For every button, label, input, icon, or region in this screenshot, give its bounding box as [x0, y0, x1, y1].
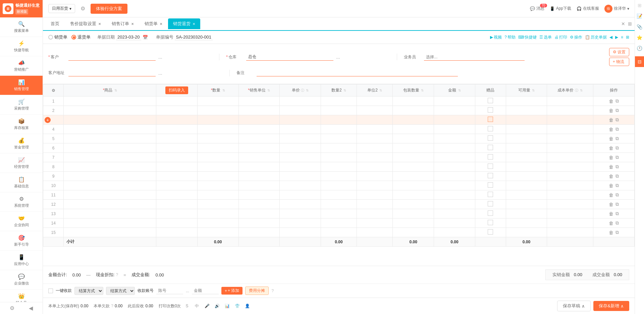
gift-checkbox[interactable]: [488, 154, 493, 160]
qty2-cell[interactable]: [321, 97, 357, 106]
tool-chart-icon[interactable]: 📊: [223, 302, 231, 310]
gift-checkbox[interactable]: [488, 164, 493, 169]
experience-button[interactable]: 体验行业方案: [91, 4, 127, 14]
tool-s-icon[interactable]: S: [183, 302, 191, 310]
gift-checkbox[interactable]: [488, 182, 493, 188]
qty2-cell[interactable]: [321, 106, 357, 115]
save-new-button[interactable]: 保存&新增 ∧: [593, 301, 629, 311]
right-sidebar-notes-icon[interactable]: 📝: [637, 13, 642, 19]
gift-checkbox[interactable]: [488, 98, 493, 103]
qty-cell-active[interactable]: [197, 115, 238, 125]
tab-sales-return-close[interactable]: ✕: [193, 22, 195, 26]
no-value[interactable]: SA-20230320-001: [175, 34, 213, 40]
price-cell-active[interactable]: [280, 115, 321, 125]
sidebar-item-enterprise-wechat[interactable]: 💬 企业微信: [0, 270, 43, 290]
price-sort-icon[interactable]: ⇅: [306, 88, 309, 92]
available-cell[interactable]: [506, 97, 547, 106]
right-sidebar-history-icon[interactable]: 🕐: [637, 46, 642, 51]
scan-button[interactable]: 扫码录入: [165, 86, 188, 94]
gift-checkbox[interactable]: [488, 192, 493, 197]
right-sidebar-star-icon[interactable]: ⭐: [637, 35, 642, 40]
copy-icon[interactable]: ⧉: [615, 145, 619, 151]
delete-icon[interactable]: 🗑: [609, 183, 613, 188]
settings-bottom-icon[interactable]: ⚙: [10, 305, 14, 311]
gift-cell[interactable]: [475, 106, 506, 115]
calendar-icon[interactable]: 📅: [143, 35, 148, 40]
pack-qty-cell[interactable]: [393, 97, 434, 106]
sidebar-item-search[interactable]: 🔍 搜索菜单: [0, 17, 43, 37]
tool-speak-icon[interactable]: 🔊: [213, 302, 221, 310]
copy-row-icon[interactable]: ⧉: [615, 108, 619, 113]
product-cell-active[interactable]: [64, 115, 156, 125]
add-payment-button[interactable]: + + 添加: [221, 287, 243, 295]
gift-cell-active[interactable]: [475, 115, 506, 125]
amount-cell-active[interactable]: [434, 115, 475, 125]
right-sidebar-attach-icon[interactable]: 📎: [637, 24, 642, 29]
delete-icon[interactable]: 🗑: [609, 230, 613, 235]
price-cell[interactable]: [280, 97, 321, 106]
delete-icon[interactable]: 🗑: [609, 145, 613, 151]
prev-record[interactable]: ◀: [609, 35, 612, 40]
sidebar-item-sales[interactable]: 📊 销售管理: [0, 76, 43, 95]
qty2-cell-active[interactable]: [321, 115, 357, 125]
right-sidebar-active-icon[interactable]: ⊟: [635, 56, 644, 67]
gift-checkbox[interactable]: [488, 126, 493, 131]
sidebar-item-basic[interactable]: 📋 基础信息: [0, 173, 43, 192]
next-record[interactable]: ▶: [615, 35, 618, 40]
layout-grid-icon[interactable]: ⊞: [626, 35, 629, 40]
delete-icon[interactable]: 🗑: [609, 192, 613, 198]
operate-link[interactable]: ⚙ 操作: [570, 35, 582, 40]
price-cell[interactable]: [280, 106, 321, 115]
delete-row-icon[interactable]: 🗑: [609, 117, 613, 123]
app-download-button[interactable]: 📱 App下载: [550, 6, 571, 11]
tool-mic-icon[interactable]: 🎤: [203, 302, 211, 310]
staff-input[interactable]: [424, 54, 525, 61]
sidebar-item-promotion[interactable]: 📣 营销推广: [0, 56, 43, 76]
tab-sales-order[interactable]: 销售订单 ✕: [107, 18, 139, 29]
tab-sales-delivery[interactable]: 销货单 ✕: [140, 18, 167, 29]
account-input[interactable]: [156, 287, 183, 294]
gift-checkbox[interactable]: [488, 107, 493, 113]
gift-checkbox[interactable]: [488, 201, 493, 206]
debt-help[interactable]: ?: [111, 304, 113, 308]
sidebar-item-enterprise[interactable]: 🤝 企业协同: [0, 212, 43, 231]
fee-help-icon[interactable]: ?: [271, 289, 274, 293]
sidebar-item-operations[interactable]: 📈 经营管理: [0, 153, 43, 173]
delete-row-icon[interactable]: 🗑: [609, 108, 613, 113]
copy-icon[interactable]: ⧉: [615, 136, 619, 141]
sidebar-item-purchase[interactable]: 🛒 采购管理: [0, 95, 43, 115]
sidebar-item-finance[interactable]: 💰 资金管理: [0, 134, 43, 153]
copy-icon[interactable]: ⧉: [615, 154, 619, 160]
tab-sales-order-close[interactable]: ✕: [131, 22, 134, 26]
delete-icon[interactable]: 🗑: [609, 211, 613, 216]
address-input[interactable]: [68, 69, 156, 76]
delete-row-icon[interactable]: 🗑: [609, 99, 613, 104]
gift-checkbox[interactable]: [488, 220, 493, 225]
radio-return[interactable]: 退货单: [71, 34, 91, 40]
product-sort-icon[interactable]: ⇅: [114, 88, 117, 92]
tab-home[interactable]: 首页: [46, 18, 64, 29]
sidebar-item-system[interactable]: ⚙ 系统管理: [0, 192, 43, 212]
payment-dots[interactable]: ...: [186, 289, 189, 293]
save-dropdown-icon[interactable]: ∧: [621, 304, 624, 309]
unit2-cell-active[interactable]: [357, 115, 393, 125]
settings-icon[interactable]: ⚙: [79, 4, 87, 13]
radio-sale[interactable]: 销货单: [48, 34, 67, 40]
gift-checkbox[interactable]: [488, 145, 493, 150]
delete-icon[interactable]: 🗑: [609, 221, 613, 226]
cost-price-cell[interactable]: [547, 97, 593, 106]
sidebar-item-member[interactable]: 👑 畅会员: [0, 290, 43, 302]
copy-icon[interactable]: ⧉: [615, 173, 619, 179]
history-link[interactable]: 📋 历史单据: [585, 35, 607, 40]
window-close-icon[interactable]: ✕: [621, 21, 625, 26]
address-dots[interactable]: ...: [156, 70, 165, 76]
gift-checkbox[interactable]: [488, 210, 493, 216]
unit2-cell[interactable]: [357, 106, 393, 115]
th-gear[interactable]: ⚙: [43, 84, 64, 97]
tool-person-icon[interactable]: 👤: [243, 302, 251, 310]
sidebar-item-inventory[interactable]: 📦 库存核算: [0, 115, 43, 134]
pack-cell-active[interactable]: [393, 115, 434, 125]
help-link[interactable]: ? 帮助: [504, 35, 516, 40]
layout-list-icon[interactable]: ≡: [621, 35, 623, 40]
tab-price-setting[interactable]: 售价提取设置 ✕: [65, 18, 106, 29]
